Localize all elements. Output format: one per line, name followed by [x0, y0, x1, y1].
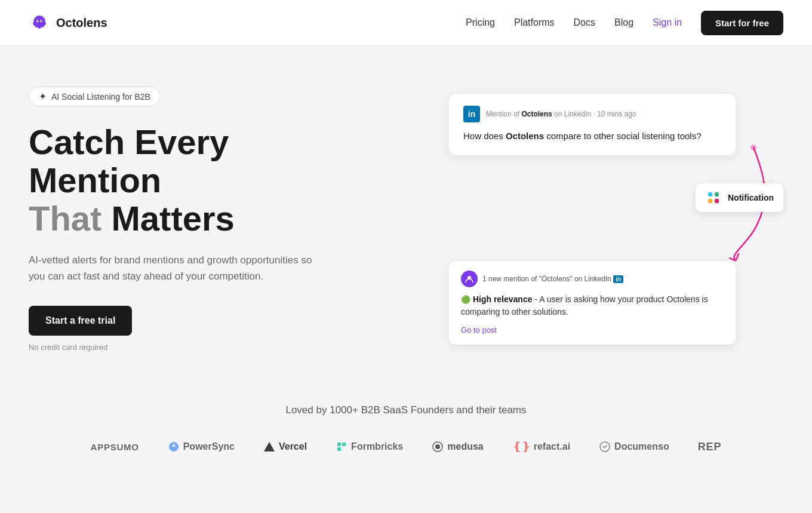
svg-point-20 [435, 444, 440, 449]
start-for-free-button[interactable]: Start for free [701, 11, 783, 35]
sparkle-icon: ✦ [39, 91, 47, 102]
mention-brand: Octolens [521, 110, 552, 118]
slack-icon [705, 189, 722, 206]
nav-pricing[interactable]: Pricing [466, 17, 495, 28]
formbricks-label: Formbricks [351, 441, 403, 452]
medusa-label: medusa [447, 441, 483, 452]
svg-point-10 [751, 145, 756, 150]
logos-section-title: Loved by 1000+ B2B SaaS Founders and the… [29, 404, 783, 416]
logo-text: Octolens [56, 16, 107, 30]
svg-rect-14 [715, 199, 719, 203]
slack-notification-label: Notification [728, 193, 774, 202]
mention-card-body: 🟢 High relevance - A user is asking how … [461, 293, 724, 318]
refact-label: refact.ai [534, 441, 570, 452]
mention-card-header: 1 new mention of "Octolens" on LinkedIn … [461, 271, 724, 287]
navbar: Octolens Pricing Platforms Docs Blog Sig… [0, 0, 812, 46]
signin-link[interactable]: Sign in [653, 17, 682, 28]
linkedin-card-body: How does Octolens compare to other socia… [463, 130, 721, 143]
hero-section: ✦ AI Social Listening for B2B Catch Ever… [0, 46, 812, 380]
logo-refact: ❴❵ refact.ai [512, 440, 570, 453]
linkedin-icon: in [463, 106, 480, 122]
powersync-icon [168, 441, 180, 453]
hero-illustration: in Mention of Octolens on LinkedIn · 10 … [449, 94, 783, 345]
logo-medusa: medusa [432, 441, 483, 453]
powersync-label: PowerSync [183, 441, 235, 452]
go-to-post-link[interactable]: Go to post [461, 325, 497, 334]
svg-rect-12 [715, 192, 719, 196]
li-platform: in [613, 275, 623, 283]
hero-title-line1: Catch Every Mention [29, 122, 229, 199]
svg-point-8 [38, 20, 39, 21]
logo-documenso: Documenso [599, 441, 669, 453]
logos-row: APPSUMO PowerSync Vercel Formbricks [29, 440, 783, 453]
nav-blog[interactable]: Blog [614, 17, 633, 28]
mention-avatar [461, 271, 478, 287]
mention-platform: on LinkedIn [554, 110, 591, 118]
svg-rect-16 [337, 443, 341, 446]
logo-vercel: Vercel [263, 441, 307, 453]
refact-icon: ❴❵ [512, 440, 530, 453]
body-post: compare to other social listening tools? [544, 131, 701, 141]
svg-rect-18 [337, 447, 341, 451]
logo-formbricks: Formbricks [336, 441, 403, 453]
nav-links: Pricing Platforms Docs Blog Sign in Star… [466, 11, 783, 35]
hero-title-line2-dark: Matters [112, 199, 235, 238]
mention-card-meta: 1 new mention of "Octolens" on LinkedIn … [482, 275, 623, 283]
vercel-icon [263, 441, 275, 453]
hero-left: ✦ AI Social Listening for B2B Catch Ever… [29, 87, 363, 352]
logos-section: Loved by 1000+ B2B SaaS Founders and the… [0, 380, 812, 489]
hero-title: Catch Every Mention That Matters [29, 123, 363, 237]
green-dot-icon: 🟢 [461, 295, 470, 304]
svg-point-2 [38, 24, 41, 29]
high-relevance-label: High relevance [473, 294, 533, 304]
linkedin-card-meta: Mention of Octolens on LinkedIn · 10 min… [486, 110, 636, 118]
svg-rect-17 [342, 443, 346, 446]
slack-notification: Notification [696, 183, 783, 212]
vercel-label: Vercel [279, 441, 307, 452]
hero-badge-label: AI Social Listening for B2B [51, 92, 150, 102]
logo-rep: REP [698, 441, 722, 453]
svg-point-9 [41, 20, 42, 21]
mention-alert-card: 1 new mention of "Octolens" on LinkedIn … [449, 261, 736, 345]
nav-platforms[interactable]: Platforms [514, 17, 555, 28]
linkedin-card-header: in Mention of Octolens on LinkedIn · 10 … [463, 106, 721, 122]
svg-rect-13 [708, 199, 712, 203]
rep-label: REP [698, 441, 722, 453]
body-brand: Octolens [506, 131, 544, 141]
mention-time: · 10 mins ago [593, 110, 636, 118]
nav-docs[interactable]: Docs [574, 17, 595, 28]
linkedin-mention-card: in Mention of Octolens on LinkedIn · 10 … [449, 94, 736, 155]
hero-description: AI-vetted alerts for brand mentions and … [29, 252, 315, 284]
logo-icon [29, 12, 50, 33]
medusa-icon [432, 441, 444, 453]
appsumo-logo-text: APPSUMO [91, 442, 139, 452]
no-credit-card-text: No credit card required [29, 343, 363, 352]
start-free-trial-button[interactable]: Start a free trial [29, 306, 132, 336]
svg-rect-11 [708, 192, 712, 196]
documenso-icon [599, 441, 611, 453]
logo-link[interactable]: Octolens [29, 12, 107, 33]
logo-powersync: PowerSync [168, 441, 235, 453]
hero-badge: ✦ AI Social Listening for B2B [29, 87, 161, 106]
mention-meta-text: 1 new mention of "Octolens" on LinkedIn [482, 275, 611, 283]
mention-prefix: Mention of [486, 110, 521, 118]
hero-title-line2-gray: That [29, 199, 112, 238]
formbricks-icon [336, 441, 347, 453]
documenso-label: Documenso [614, 441, 669, 452]
logo-appsumo: APPSUMO [91, 442, 139, 452]
body-pre: How does [463, 131, 506, 141]
